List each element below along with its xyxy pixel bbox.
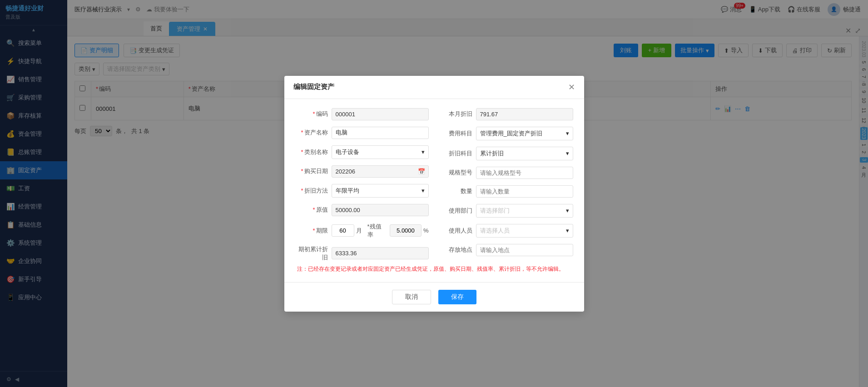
modal-close-btn[interactable]: ✕ [568,82,575,92]
location-input[interactable] [476,244,573,256]
form-row-person: 使用人员 请选择人员 ▾ [440,224,573,238]
category-value: 电子设备 [336,148,359,156]
initial-dep-input[interactable] [332,247,429,259]
residual-rate-label: *残值率 [367,223,384,239]
method-label: *折旧方法 [295,187,328,195]
form-row-purchase-date: *购买日期 📅 [295,165,429,178]
expense-value: 管理费用_固定资产折旧 [480,129,542,138]
original-value-label: *原值 [295,206,328,214]
form-right-col: 本月折旧 费用科目 管理费用_固定资产折旧 ▾ 折旧科目 累计折旧 [440,108,573,262]
modal-overlay: 编辑固定资产 ✕ *编码 *资产名称 *类别名称 [0,0,868,387]
cancel-button[interactable]: 取消 [392,290,431,304]
department-placeholder: 请选择部门 [480,207,510,215]
spec-input[interactable] [476,167,573,179]
residual-rate-input[interactable] [390,224,422,237]
dep-subject-value: 累计折旧 [480,149,504,158]
dep-subject-select[interactable]: 累计折旧 ▾ [476,147,573,160]
form-row-period: *期限 月 *残值率 % [295,223,429,239]
monthly-dep-input [476,108,573,120]
initial-dep-label: 期初累计折旧 [295,245,328,262]
expense-select[interactable]: 管理费用_固定资产折旧 ▾ [476,127,573,140]
name-input[interactable] [332,127,429,139]
form-row-name: *资产名称 [295,127,429,139]
modal-title: 编辑固定资产 [293,83,334,91]
department-dropdown-icon: ▾ [566,207,569,214]
quantity-input[interactable] [476,185,573,198]
expense-dropdown-icon: ▾ [566,130,569,137]
period-unit: 月 [356,227,362,235]
purchase-date-label: *购买日期 [295,167,328,175]
original-value-input[interactable] [332,204,429,216]
form-row-monthly-dep: 本月折旧 [440,108,573,120]
category-label: *类别名称 [295,148,328,156]
code-label: *编码 [295,110,328,118]
form-row-code: *编码 [295,108,429,120]
form-row-expense-subject: 费用科目 管理费用_固定资产折旧 ▾ [440,127,573,140]
spec-label: 规格型号 [440,169,472,177]
form-row-dep-subject: 折旧科目 累计折旧 ▾ [440,147,573,160]
category-dropdown-icon: ▾ [422,149,425,155]
pct-unit: % [423,227,429,234]
method-value: 年限平均 [336,187,359,195]
department-select[interactable]: 请选择部门 ▾ [476,204,573,218]
purchase-date-wrap: 📅 [332,165,429,178]
edit-asset-modal: 编辑固定资产 ✕ *编码 *资产名称 *类别名称 [284,76,584,312]
code-input[interactable] [332,108,429,120]
calendar-icon[interactable]: 📅 [418,168,425,175]
period-row: 月 *残值率 % [332,223,429,239]
period-label: *期限 [295,227,328,235]
dep-subject-dropdown-icon: ▾ [566,150,569,157]
form-row-original-value: *原值 [295,204,429,216]
period-input[interactable] [332,224,354,237]
method-dropdown-icon: ▾ [422,187,425,194]
modal-note: 注：已经存在变更记录或者对应固定资产已经生成凭证，原值、购买日期、残值率、累计折… [295,265,573,273]
form-left-col: *编码 *资产名称 *类别名称 电子设备 ▾ [295,108,429,262]
method-select[interactable]: 年限平均 ▾ [332,184,429,198]
form-row-location: 存放地点 [440,244,573,256]
monthly-dep-label: 本月折旧 [440,110,472,118]
location-label: 存放地点 [440,246,472,254]
dep-subject-label: 折旧科目 [440,149,472,158]
form-row-department: 使用部门 请选择部门 ▾ [440,204,573,218]
person-select[interactable]: 请选择人员 ▾ [476,224,573,238]
form-row-spec: 规格型号 [440,167,573,179]
modal-header: 编辑固定资产 ✕ [284,76,584,99]
person-dropdown-icon: ▾ [566,227,569,234]
form-row-quantity: 数量 [440,185,573,198]
modal-body: *编码 *资产名称 *类别名称 电子设备 ▾ [284,99,584,282]
form-row-method: *折旧方法 年限平均 ▾ [295,184,429,198]
expense-label: 费用科目 [440,129,472,138]
form-row-category: *类别名称 电子设备 ▾ [295,145,429,159]
name-label: *资产名称 [295,129,328,137]
form-grid: *编码 *资产名称 *类别名称 电子设备 ▾ [295,108,573,262]
category-select[interactable]: 电子设备 ▾ [332,145,429,159]
person-label: 使用人员 [440,227,472,235]
person-placeholder: 请选择人员 [480,227,510,235]
quantity-label: 数量 [440,187,472,195]
form-row-initial-depreciation: 期初累计折旧 [295,245,429,262]
purchase-date-input[interactable] [332,165,429,178]
modal-footer: 取消 保存 [284,282,584,312]
save-button[interactable]: 保存 [438,290,476,304]
department-label: 使用部门 [440,207,472,215]
